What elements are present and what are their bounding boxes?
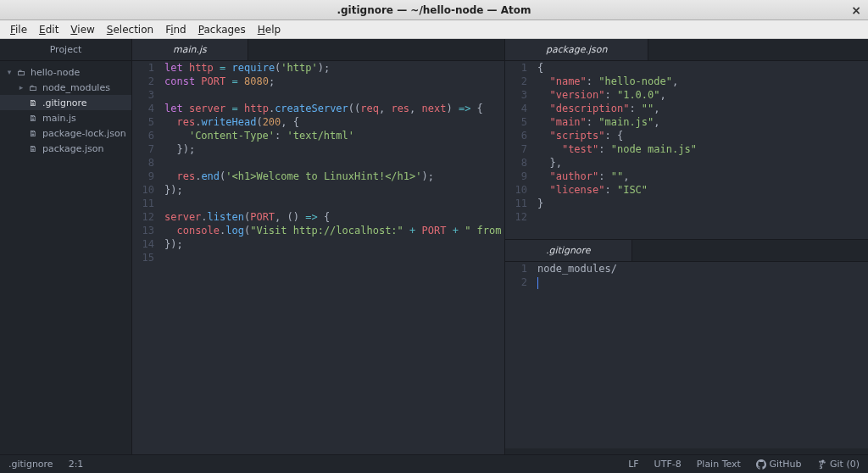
tree-item-node-modules[interactable]: ▸ 🗀 node_modules xyxy=(0,80,131,95)
code-line[interactable]: 'Content-Type': 'text/html' xyxy=(164,129,504,142)
project-tree: Project ▾ 🗀 hello-node ▸ 🗀 node_modules … xyxy=(0,39,132,454)
window-titlebar: .gitignore — ~/hello-node — Atom × xyxy=(0,0,868,20)
tree-item-gitignore[interactable]: 🗎 .gitignore xyxy=(0,95,131,110)
tab-main-js[interactable]: main.js xyxy=(132,39,248,60)
menu-packages[interactable]: Packages xyxy=(193,22,251,37)
status-git[interactable]: Git (0) xyxy=(817,459,860,470)
pane-right-top: package.json 123456789101112{ "name": "h… xyxy=(505,39,868,239)
tree-item-label: .gitignore xyxy=(42,97,87,109)
line-number: 7 xyxy=(505,142,527,156)
editor-gitignore[interactable]: 12node_modules/ xyxy=(505,262,868,448)
status-grammar[interactable]: Plain Text xyxy=(697,459,741,470)
code-line[interactable]: "scripts": { xyxy=(537,129,868,142)
code-line[interactable]: res.writeHead(200, { xyxy=(164,115,504,129)
code-line[interactable]: "description": "", xyxy=(537,102,868,115)
line-number: 13 xyxy=(132,224,154,237)
code-line[interactable] xyxy=(164,251,504,264)
code-line[interactable]: node_modules/ xyxy=(537,262,868,275)
status-line-ending[interactable]: LF xyxy=(628,459,638,470)
tab-package-json[interactable]: package.json xyxy=(505,39,648,60)
line-number: 4 xyxy=(505,102,527,115)
line-number: 7 xyxy=(132,142,154,156)
code-line[interactable]: } xyxy=(537,197,868,210)
tab-label: main.js xyxy=(173,44,207,55)
chevron-down-icon: ▾ xyxy=(5,68,14,76)
tree-item-label: package.json xyxy=(42,143,103,154)
code-line[interactable]: let server = http.createServer((req, res… xyxy=(164,102,504,115)
line-number: 3 xyxy=(132,88,154,102)
tab-label: .gitignore xyxy=(546,245,591,256)
status-github[interactable]: GitHub xyxy=(756,459,802,470)
code-line[interactable]: }, xyxy=(537,156,868,170)
file-icon: 🗎 xyxy=(29,129,39,138)
line-number: 8 xyxy=(132,156,154,170)
menu-find[interactable]: Find xyxy=(160,22,192,37)
menu-edit[interactable]: Edit xyxy=(34,22,64,37)
code-line[interactable]: const PORT = 8080; xyxy=(164,75,504,88)
file-icon: 🗎 xyxy=(29,144,39,153)
tree-item-package-json[interactable]: 🗎 package.json xyxy=(0,141,131,156)
line-number: 5 xyxy=(505,115,527,129)
tree-item-main-js[interactable]: 🗎 main.js xyxy=(0,110,131,125)
close-icon[interactable]: × xyxy=(851,3,861,17)
code-line[interactable] xyxy=(537,210,868,224)
code-line[interactable]: let http = require('http'); xyxy=(164,61,504,75)
line-number: 1 xyxy=(505,262,527,275)
code-line[interactable]: "version": "1.0.0", xyxy=(537,88,868,102)
line-number: 6 xyxy=(132,129,154,142)
line-number: 8 xyxy=(505,156,527,170)
tree-root[interactable]: ▾ 🗀 hello-node xyxy=(0,64,131,80)
pane-right-bottom: .gitignore 12node_modules/ xyxy=(505,239,868,454)
editor-package-json[interactable]: 123456789101112{ "name": "hello-node", "… xyxy=(505,61,868,239)
code-line[interactable]: }); xyxy=(164,237,504,251)
window-title: .gitignore — ~/hello-node — Atom xyxy=(337,4,531,16)
tab-gitignore[interactable]: .gitignore xyxy=(505,240,632,261)
menubar: File Edit View Selection Find Packages H… xyxy=(0,20,868,39)
line-number: 9 xyxy=(132,170,154,183)
line-number: 3 xyxy=(505,88,527,102)
line-number: 12 xyxy=(505,210,527,224)
code-line[interactable]: "main": "main.js", xyxy=(537,115,868,129)
tab-label: package.json xyxy=(546,44,607,55)
code-line[interactable]: server.listen(PORT, () => { xyxy=(164,210,504,224)
tree-item-package-lock[interactable]: 🗎 package-lock.json xyxy=(0,125,131,141)
line-number: 12 xyxy=(132,210,154,224)
workspace: Project ▾ 🗀 hello-node ▸ 🗀 node_modules … xyxy=(0,39,868,454)
code-line[interactable]: res.end('<h1>Welcome to LinuxHint!</h1>'… xyxy=(164,170,504,183)
code-line[interactable]: "license": "ISC" xyxy=(537,183,868,197)
chevron-right-icon: ▸ xyxy=(17,83,25,92)
code-line[interactable] xyxy=(164,156,504,170)
line-number: 2 xyxy=(132,75,154,88)
line-number: 10 xyxy=(505,183,527,197)
code-line[interactable]: "author": "", xyxy=(537,170,868,183)
line-number: 1 xyxy=(132,61,154,75)
project-tree-body: ▾ 🗀 hello-node ▸ 🗀 node_modules 🗎 .gitig… xyxy=(0,61,131,156)
editor-main-js[interactable]: 123456789101112131415let http = require(… xyxy=(132,61,504,454)
line-number: 1 xyxy=(505,61,527,75)
code-line[interactable] xyxy=(164,197,504,210)
editor-panes: main.js 123456789101112131415let http = … xyxy=(132,39,868,454)
pane-left: main.js 123456789101112131415let http = … xyxy=(132,39,505,454)
status-encoding[interactable]: UTF-8 xyxy=(654,459,682,470)
code-line[interactable]: { xyxy=(537,61,868,75)
menu-selection[interactable]: Selection xyxy=(102,22,159,37)
github-icon xyxy=(756,459,766,470)
git-branch-icon xyxy=(817,459,827,470)
code-line[interactable]: "test": "node main.js" xyxy=(537,142,868,156)
status-file[interactable]: .gitignore xyxy=(8,459,53,470)
line-number: 14 xyxy=(132,237,154,251)
folder-icon: 🗀 xyxy=(29,83,39,92)
menu-view[interactable]: View xyxy=(65,22,99,37)
menu-help[interactable]: Help xyxy=(253,22,286,37)
status-cursor-pos[interactable]: 2:1 xyxy=(69,459,84,470)
code-line[interactable] xyxy=(537,275,868,289)
menu-file[interactable]: File xyxy=(5,22,32,37)
code-line[interactable]: console.log("Visit http://localhost:" + … xyxy=(164,224,504,237)
line-number: 9 xyxy=(505,170,527,183)
code-line[interactable] xyxy=(164,88,504,102)
code-line[interactable]: }); xyxy=(164,183,504,197)
file-icon: 🗎 xyxy=(29,98,39,108)
tree-item-label: node_modules xyxy=(42,82,110,93)
code-line[interactable]: "name": "hello-node", xyxy=(537,75,868,88)
code-line[interactable]: }); xyxy=(164,142,504,156)
